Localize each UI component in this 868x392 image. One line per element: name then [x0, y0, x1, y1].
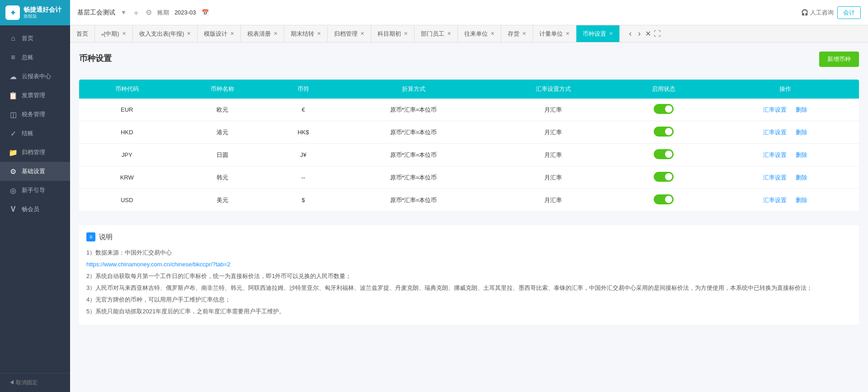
tab-interim[interactable]: ₑ(中期) ✕	[95, 25, 133, 43]
tab-unit-close[interactable]: ✕	[566, 31, 570, 37]
tab-partners[interactable]: 往来单位 ✕	[458, 25, 501, 43]
unpin-label: ◀ 取消固定	[9, 379, 38, 387]
tab-currency[interactable]: 币种设置 ✕	[576, 25, 620, 43]
tab-currency-close[interactable]: ✕	[609, 31, 613, 37]
tab-template[interactable]: 模版设计 ✕	[198, 25, 241, 43]
tab-department-label: 部门员工	[421, 30, 444, 38]
tab-archive[interactable]: 归档管理 ✕	[328, 25, 371, 43]
tab-taxclear[interactable]: 税表清册 ✕	[241, 25, 284, 43]
sidebar-item-archive[interactable]: 📁 归档管理	[0, 143, 70, 162]
cell-code: JPY	[79, 144, 175, 166]
cell-code: EUR	[79, 99, 175, 121]
tab-period-end-label: 期末结转	[291, 30, 314, 38]
dropdown-icon[interactable]: ▼	[121, 9, 127, 16]
note-item: 5）系统只能自动抓取2021年度后的汇率，之前年度汇率需要用户手工维护。	[86, 306, 852, 317]
delete-link-JPY[interactable]: 删除	[796, 151, 807, 158]
guide-icon: ◎	[9, 186, 17, 194]
cell-name: 美元	[175, 189, 270, 212]
tab-income-close[interactable]: ✕	[187, 31, 191, 37]
tab-template-label: 模版设计	[204, 30, 227, 38]
tab-unit[interactable]: 计量单位 ✕	[533, 25, 576, 43]
sidebar-item-invoice[interactable]: 📋 发票管理	[0, 86, 70, 105]
toggle-JPY[interactable]	[654, 149, 674, 159]
tab-taxclear-close[interactable]: ✕	[274, 31, 278, 37]
cell-status	[616, 166, 711, 189]
cell-method: 原币*汇率=本位币	[336, 144, 491, 166]
note-list: 1）数据来源：中国外汇交易中心https://www.chinamoney.co…	[86, 247, 852, 317]
tab-subject-init[interactable]: 科目期初 ✕	[371, 25, 415, 43]
note-link[interactable]: https://www.chinamoney.com.cn/chinese/bk…	[86, 261, 231, 268]
period-label: 账期	[157, 9, 169, 17]
tab-period-end-close[interactable]: ✕	[317, 31, 321, 37]
tab-subject-init-close[interactable]: ✕	[404, 31, 408, 37]
unpin-button[interactable]: ◀ 取消固定	[0, 373, 70, 392]
cell-status	[616, 189, 711, 212]
tab-partners-close[interactable]: ✕	[491, 31, 495, 37]
note-section: ≡ 说明 1）数据来源：中国外汇交易中心https://www.chinamon…	[79, 225, 859, 325]
note-item: 4）无官方牌价的币种，可以用用户手工维护汇率信息；	[86, 294, 852, 306]
close-all-tabs-button[interactable]: ✕	[645, 29, 651, 38]
tab-home[interactable]: 首页	[70, 25, 95, 43]
expand-button[interactable]: ⛶	[654, 30, 661, 38]
tab-prev-button[interactable]: ‹	[627, 29, 633, 38]
tab-department-close[interactable]: ✕	[447, 31, 451, 37]
cell-action: 汇率设置 删除	[712, 99, 859, 121]
delete-link-USD[interactable]: 删除	[796, 197, 807, 203]
table-row: HKD 港元 HK$ 原币*汇率=本位币 月汇率 汇率设置 删除	[79, 121, 859, 144]
rate-setting-link-HKD[interactable]: 汇率设置	[763, 129, 787, 136]
sidebar-label-closing: 结账	[22, 129, 33, 137]
ledger-icon: ≡	[9, 53, 17, 61]
sidebar-item-home[interactable]: ⌂ 首页	[0, 29, 70, 48]
sidebar-item-guide[interactable]: ◎ 新手引导	[0, 181, 70, 200]
toggle-USD[interactable]	[654, 194, 674, 204]
delete-link-KRW[interactable]: 删除	[796, 174, 807, 181]
tab-period-end[interactable]: 期末结转 ✕	[284, 25, 328, 43]
sidebar-item-member[interactable]: V 畅会员	[0, 200, 70, 219]
note-icon: ≡	[86, 232, 95, 241]
settings-icon[interactable]: ⚙	[146, 8, 152, 17]
sidebar-item-closing[interactable]: ✓ 结账	[0, 124, 70, 143]
help-button[interactable]: 🎧 人工咨询	[801, 9, 834, 17]
tab-income[interactable]: 收入支出表(年报) ✕	[133, 25, 198, 43]
tab-interim-close[interactable]: ✕	[122, 31, 126, 37]
delete-link-HKD[interactable]: 删除	[796, 129, 807, 136]
sidebar-item-basic[interactable]: ⚙ 基础设置	[0, 162, 70, 181]
sidebar-item-ledger[interactable]: ≡ 总账	[0, 48, 70, 67]
account-button[interactable]: 会计	[837, 6, 861, 19]
sidebar-label-tax: 税务管理	[22, 110, 45, 118]
topbar-actions: 🎧 人工咨询 会计	[801, 6, 861, 19]
delete-link-EUR[interactable]: 删除	[796, 106, 807, 113]
tab-department[interactable]: 部门员工 ✕	[415, 25, 458, 43]
rate-setting-link-EUR[interactable]: 汇率设置	[763, 106, 787, 113]
tab-archive-close[interactable]: ✕	[360, 31, 364, 37]
closing-icon: ✓	[9, 129, 17, 137]
tab-taxclear-label: 税表清册	[247, 30, 271, 38]
toggle-KRW[interactable]	[654, 172, 674, 182]
toggle-HKD[interactable]	[654, 127, 674, 137]
toggle-EUR[interactable]	[654, 104, 674, 114]
cell-code: HKD	[79, 121, 175, 144]
tab-inventory-close[interactable]: ✕	[522, 31, 526, 37]
content-area: 币种设置 新增币种 币种代码 币种名称 币符 折算方式 汇率设置方式 启用状态 …	[70, 43, 868, 392]
rate-setting-link-JPY[interactable]: 汇率设置	[763, 151, 787, 158]
calendar-icon[interactable]: 📅	[202, 9, 209, 16]
app-edition: 旗舰版	[24, 13, 61, 19]
sidebar: ✦ 畅捷通好会计 旗舰版 ⌂ 首页 ≡ 总账 ☁ 云报表中心 📋 发票管理 ◫ …	[0, 0, 70, 392]
sidebar-item-reports[interactable]: ☁ 云报表中心	[0, 67, 70, 86]
cell-action: 汇率设置 删除	[712, 144, 859, 166]
rate-setting-link-USD[interactable]: 汇率设置	[763, 197, 787, 203]
new-currency-button[interactable]: 新增币种	[819, 52, 859, 67]
help-label: 人工咨询	[810, 9, 834, 17]
tab-next-button[interactable]: ›	[636, 29, 642, 38]
cell-name: 日圆	[175, 144, 270, 166]
sidebar-item-tax[interactable]: ◫ 税务管理	[0, 105, 70, 124]
tax-icon: ◫	[9, 110, 17, 118]
tab-inventory[interactable]: 存货 ✕	[501, 25, 533, 43]
cell-name: 港元	[175, 121, 270, 144]
note-title-text: 说明	[99, 233, 113, 241]
cell-action: 汇率设置 删除	[712, 166, 859, 189]
tab-template-close[interactable]: ✕	[230, 31, 234, 37]
rate-setting-link-KRW[interactable]: 汇率设置	[763, 174, 787, 181]
add-company-button[interactable]: ＋	[132, 7, 140, 18]
table-row: JPY 日圆 J¥ 原币*汇率=本位币 月汇率 汇率设置 删除	[79, 144, 859, 166]
